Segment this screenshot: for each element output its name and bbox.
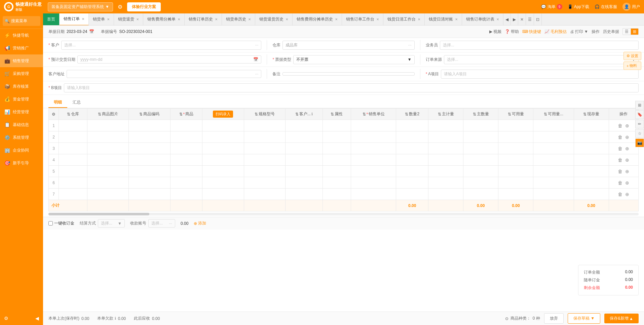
invoice-type-select[interactable]: 不开票 ▼ <box>293 55 414 64</box>
print-btn[interactable]: 🖨 打印 ▼ <box>570 29 588 35</box>
copy-row-btn[interactable]: ⊕ <box>624 134 630 140</box>
tab-close-icon[interactable]: ✕ <box>82 17 84 21</box>
settings-side-btn[interactable]: ⚙ 设置 <box>623 52 641 60</box>
tab-fullscreen-btn[interactable]: ⊡ <box>534 13 542 26</box>
delete-row-btn[interactable]: 🗑 <box>617 179 623 186</box>
tab-sales-order-stats[interactable]: 销售订单统计表 ✕ <box>462 13 503 26</box>
copy-row-btn[interactable]: ⊕ <box>624 122 630 129</box>
copy-row-btn[interactable]: ⊕ <box>624 145 630 152</box>
address-input[interactable]: ··· <box>67 70 261 78</box>
tab-close-icon[interactable]: ✕ <box>335 17 338 21</box>
checkbox[interactable] <box>48 221 53 226</box>
footer-add-btn[interactable]: ⊕ 添加 <box>194 220 206 226</box>
tab-list-btn[interactable]: ☰ <box>526 13 534 26</box>
tab-close-icon[interactable]: ✕ <box>136 17 139 21</box>
b-project-input[interactable]: 请输入B项目 <box>64 83 639 92</box>
tab-sales-fee-split[interactable]: 销售费用分摊单 ✕ <box>143 13 185 26</box>
sidebar-collapse-btn[interactable]: ◀ <box>34 314 40 322</box>
th-settings[interactable]: ⚙ <box>49 109 59 120</box>
sidebar-item-sales[interactable]: 💼 销售管理 <box>0 54 43 67</box>
delete-row-btn[interactable]: 🗑 <box>617 168 623 175</box>
tab-sales-order[interactable]: 销售订单 ✕ <box>60 13 89 26</box>
history-btn[interactable]: 历史单据 <box>603 29 619 35</box>
tab-cash-daily-reconcile[interactable]: 钱货日清对账 ✕ <box>425 13 462 26</box>
right-panel-btn-1[interactable]: ⊞ <box>635 101 644 110</box>
scrollbar-thumb[interactable] <box>48 213 149 215</box>
calendar-icon[interactable]: 📅 <box>89 29 94 34</box>
app-download-item[interactable]: 📱 App下载 <box>568 4 589 10</box>
tab-menu-btn[interactable]: ✕ <box>518 13 526 26</box>
industry-btn[interactable]: 体验行业方案 <box>127 2 161 11</box>
profit-btn[interactable]: 📈 毛利预估 <box>544 29 567 35</box>
discard-btn[interactable]: 放弃 <box>544 313 564 324</box>
copy-row-btn[interactable]: ⊕ <box>624 191 630 198</box>
info-icon[interactable]: ℹ <box>311 112 313 116</box>
tab-close-icon[interactable]: ✕ <box>107 17 110 21</box>
sidebar-item-purchase[interactable]: 🛒 采购管理 <box>0 67 43 80</box>
salesperson-input[interactable]: 选择... <box>440 41 639 50</box>
user-item[interactable]: 👤 用户 <box>622 3 640 11</box>
delete-row-btn[interactable]: 🗑 <box>617 145 623 152</box>
delivery-date-input[interactable]: yyyy-mm-dd 📅 <box>77 55 261 64</box>
save-new-btn[interactable]: 保存&新增 ▲ <box>604 314 639 323</box>
right-panel-btn-3[interactable]: ✏ <box>635 120 644 128</box>
copy-row-btn[interactable]: ⊕ <box>624 157 630 163</box>
delete-row-btn[interactable]: 🗑 <box>617 191 623 198</box>
sidebar-item-basic-info[interactable]: 📋 基础信息 <box>0 118 43 131</box>
settings-icon[interactable]: ⚙ <box>116 2 124 11</box>
tab-next-btn[interactable]: ▶ <box>511 13 518 26</box>
right-panel-btn-4[interactable]: ☆ <box>635 129 644 138</box>
a-project-input[interactable]: 请输入A项目 <box>441 70 639 79</box>
collection-account-select[interactable]: 选择... ··· <box>148 219 175 228</box>
right-panel-btn-2[interactable]: 🔖 <box>635 110 644 119</box>
save-draft-btn[interactable]: 保存草稿 ▼ <box>568 313 600 324</box>
delete-row-btn[interactable]: 🗑 <box>617 122 623 129</box>
view-btn-grid[interactable]: ⊞ <box>631 29 638 35</box>
sidebar-item-marketing[interactable]: 📢 营销推广 <box>0 42 43 54</box>
sidebar-settings-btn[interactable]: ⚙ <box>3 314 10 322</box>
scan-btn[interactable]: 扫码录入 <box>213 111 233 118</box>
tab-home[interactable]: 首页 <box>43 13 60 26</box>
copy-row-btn[interactable]: ⊕ <box>624 168 630 175</box>
tab-sales-fee-history[interactable]: 销售费用分摊单历史 ✕ <box>293 13 342 26</box>
sidebar-item-guide[interactable]: 🎯 新手引导 <box>0 157 43 169</box>
search-menu-btn[interactable]: 🔍 搜索菜单 <box>3 16 40 26</box>
help-btn[interactable]: ❓ 帮助 <box>505 29 519 35</box>
tab-cash-daily-workbench[interactable]: 钱货日清工作台 ✕ <box>383 13 425 26</box>
tab-sales-order-history[interactable]: 销售订单历史 ✕ <box>185 13 222 26</box>
xiaoman-item[interactable]: 💬 淘单 9 <box>541 4 562 10</box>
sidebar-search[interactable]: 🔍 搜索菜单 <box>0 13 43 29</box>
order-source-select[interactable]: 选择... ▼ <box>444 55 639 64</box>
sidebar-item-finance[interactable]: 💰 资金管理 <box>0 93 43 106</box>
tab-sales-refund[interactable]: 销货退货 ✕ <box>114 13 143 26</box>
view-btn-list[interactable]: ☰ <box>623 29 631 35</box>
sidebar-item-quick-nav[interactable]: ⚡ 快捷导航 <box>0 29 43 42</box>
delete-row-btn[interactable]: 🗑 <box>617 157 623 163</box>
tab-close-icon[interactable]: ✕ <box>248 17 251 21</box>
shortcut-btn[interactable]: ⌨ 快捷键 <box>522 29 541 35</box>
sidebar-item-system[interactable]: ⚙️ 系统管理 <box>0 131 43 144</box>
view-video-btn[interactable]: ▶ 视频 <box>489 29 501 35</box>
remark-input[interactable] <box>282 72 414 76</box>
sidebar-item-enterprise[interactable]: 🏢 企业协同 <box>0 144 43 157</box>
material-side-btn[interactable]: + 物料 <box>623 62 641 70</box>
tab-prev-btn[interactable]: ◀ <box>503 13 511 26</box>
tab-close-icon[interactable]: ✕ <box>496 17 499 21</box>
tab-sales-return[interactable]: 销货单 ✕ <box>89 13 114 26</box>
tab-sales-refund-history[interactable]: 销货退货历史 ✕ <box>255 13 293 26</box>
tab-detail[interactable]: 明细 <box>48 97 67 108</box>
customer-input[interactable]: 选择... ··· <box>61 41 261 50</box>
action-btn[interactable]: 操作 <box>592 29 600 35</box>
tab-close-icon[interactable]: ✕ <box>418 17 420 21</box>
tab-close-icon[interactable]: ✕ <box>178 17 180 21</box>
online-service-item[interactable]: 🎧 在线客服 <box>595 4 617 10</box>
tab-close-icon[interactable]: ✕ <box>455 17 458 21</box>
tab-close-icon[interactable]: ✕ <box>286 17 288 21</box>
info-icon[interactable]: ℹ <box>115 316 116 320</box>
scrollbar-track[interactable] <box>48 213 639 215</box>
tab-summary[interactable]: 汇总 <box>67 97 86 108</box>
tab-close-icon[interactable]: ✕ <box>215 17 218 21</box>
sidebar-item-inventory[interactable]: 📦 库存核算 <box>0 80 43 93</box>
sidebar-item-operations[interactable]: 📊 经营管理 <box>0 106 43 118</box>
tab-sales-order-workbench[interactable]: 销售订单工作台 ✕ <box>342 13 383 26</box>
